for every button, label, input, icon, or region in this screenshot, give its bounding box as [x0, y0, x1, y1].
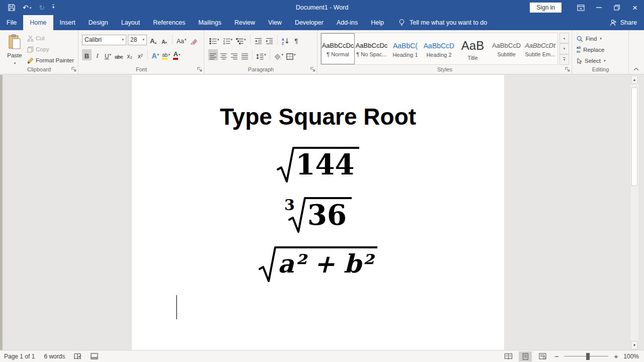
shading-button[interactable]: ▾ — [273, 49, 285, 60]
tab-references[interactable]: References — [146, 15, 192, 30]
tab-add-ins[interactable]: Add-ins — [330, 15, 364, 30]
clipboard-dialog-launcher[interactable] — [71, 67, 76, 72]
select-dropdown-icon[interactable]: ▾ — [604, 59, 606, 63]
select-button[interactable]: Select ▾ — [577, 56, 605, 66]
borders-dropdown-icon[interactable]: ▾ — [294, 53, 296, 57]
tab-help[interactable]: Help — [364, 15, 390, 30]
zoom-slider[interactable] — [564, 351, 608, 361]
styles-dialog-launcher[interactable] — [565, 67, 570, 72]
scroll-down-button[interactable]: ▼ — [631, 341, 638, 349]
format-painter-button[interactable]: Format Painter — [26, 55, 75, 65]
close-button[interactable]: × — [626, 0, 644, 15]
document-page[interactable]: Type Square Root 144 3 36 a² + b² — [132, 75, 504, 350]
grow-font-button[interactable]: A▴ — [148, 34, 158, 45]
justify-button[interactable] — [240, 49, 250, 60]
paragraph-dialog-launcher[interactable] — [310, 67, 315, 72]
scrollbar-thumb[interactable] — [631, 87, 637, 186]
zoom-level[interactable]: 100% — [623, 353, 639, 360]
read-mode-button[interactable] — [502, 351, 515, 361]
font-size-combo[interactable]: 28▾ — [128, 35, 147, 45]
shading-dropdown-icon[interactable]: ▾ — [282, 53, 284, 57]
tab-design[interactable]: Design — [82, 15, 115, 30]
print-layout-button[interactable] — [519, 351, 532, 361]
font-color-button[interactable]: A▾ — [172, 49, 182, 60]
find-button[interactable]: Find ▾ — [577, 34, 602, 44]
show-marks-button[interactable]: ¶ — [292, 34, 301, 45]
decrease-indent-button[interactable] — [254, 34, 263, 45]
styles-scroll-up-button[interactable]: ▴ — [559, 33, 569, 43]
share-button[interactable]: Share — [610, 15, 637, 30]
tell-me-box[interactable]: Tell me what you want to do — [398, 15, 487, 30]
line-spacing-dropdown-icon[interactable]: ▾ — [264, 53, 266, 57]
font-dialog-launcher[interactable] — [197, 67, 202, 72]
underline-button[interactable]: U▾ — [103, 49, 113, 60]
bullets-button[interactable]: ▾ — [208, 34, 220, 45]
restore-button[interactable] — [608, 0, 626, 15]
tab-home[interactable]: Home — [23, 15, 53, 30]
redo-button[interactable]: ↻ — [39, 4, 45, 11]
style-normal[interactable]: AaBbCcDc ¶ Normal — [321, 33, 355, 64]
word-count[interactable]: 6 words — [44, 353, 65, 360]
collapse-ribbon-button[interactable] — [633, 67, 639, 71]
tab-insert[interactable]: Insert — [53, 15, 82, 30]
bullets-dropdown-icon[interactable]: ▾ — [217, 38, 219, 42]
customize-qat-button[interactable]: ▾ — [52, 5, 54, 10]
italic-button[interactable]: I — [93, 49, 102, 60]
sign-in-button[interactable]: Sign in — [530, 3, 561, 13]
page-indicator[interactable]: Page 1 of 1 — [4, 353, 35, 360]
change-case-button[interactable]: Aa▾ — [176, 34, 187, 45]
font-color-dropdown-icon[interactable]: ▾ — [179, 53, 181, 57]
align-left-button[interactable] — [208, 49, 218, 60]
tab-layout[interactable]: Layout — [115, 15, 147, 30]
tab-developer[interactable]: Developer — [288, 15, 330, 30]
borders-button[interactable]: ▾ — [285, 49, 297, 60]
underline-dropdown-icon[interactable]: ▾ — [110, 53, 112, 57]
proofing-icon[interactable] — [74, 353, 82, 360]
minimize-button[interactable] — [590, 0, 608, 15]
sort-button[interactable]: AZ — [281, 34, 290, 45]
style-heading-1[interactable]: AaBbC( Heading 1 — [388, 33, 422, 64]
superscript-button[interactable]: x² — [135, 49, 145, 60]
shrink-font-button[interactable]: A▾ — [159, 34, 169, 45]
align-center-button[interactable] — [219, 49, 228, 60]
bold-button[interactable]: B — [82, 49, 92, 60]
tab-view[interactable]: View — [262, 15, 288, 30]
clear-formatting-button[interactable] — [189, 34, 198, 45]
ribbon-display-options-button[interactable] — [572, 0, 590, 15]
tab-mailings[interactable]: Mailings — [192, 15, 228, 30]
scroll-up-button[interactable]: ▲ — [631, 75, 638, 84]
line-spacing-button[interactable]: ▾ — [255, 49, 267, 60]
tab-review[interactable]: Review — [228, 15, 262, 30]
zoom-in-button[interactable]: + — [612, 352, 619, 360]
copy-button[interactable]: Copy — [26, 44, 75, 54]
numbering-dropdown-icon[interactable]: ▾ — [231, 38, 233, 42]
zoom-out-button[interactable]: − — [553, 352, 560, 360]
styles-more-button[interactable]: ▾ — [559, 54, 569, 65]
undo-button[interactable]: ↶▾ — [23, 4, 31, 11]
web-layout-button[interactable] — [536, 351, 549, 361]
highlight-color-button[interactable]: ab▾ — [161, 49, 171, 60]
macro-icon[interactable] — [91, 353, 98, 359]
replace-button[interactable]: abac Replace — [577, 45, 604, 55]
undo-dropdown-icon[interactable]: ▾ — [30, 6, 32, 10]
paste-dropdown-icon[interactable]: ▾ — [14, 61, 16, 65]
style-heading-2[interactable]: AaBbCcD Heading 2 — [422, 33, 456, 64]
style-title[interactable]: AaB Title — [456, 33, 490, 64]
highlight-dropdown-icon[interactable]: ▾ — [168, 53, 170, 57]
style-no-spacing[interactable]: AaBbCcDc ¶ No Spac... — [355, 33, 388, 64]
cut-button[interactable]: Cut — [26, 33, 75, 43]
font-name-combo[interactable]: Calibri▾ — [82, 35, 126, 45]
strikethrough-button[interactable]: abc — [114, 49, 124, 60]
subscript-button[interactable]: x₂ — [125, 49, 134, 60]
paste-button[interactable]: Paste ▾ — [4, 33, 25, 66]
styles-scroll-down-button[interactable]: ▾ — [559, 43, 569, 54]
style-subtitle[interactable]: AaBbCcD Subtitle — [490, 33, 523, 64]
multilevel-dropdown-icon[interactable]: ▾ — [244, 38, 246, 42]
tab-file[interactable]: File — [0, 15, 23, 30]
text-effects-button[interactable]: A▾ — [150, 49, 160, 60]
save-button[interactable] — [8, 4, 15, 11]
vertical-scrollbar[interactable]: ▲ ▼ — [630, 75, 638, 350]
find-dropdown-icon[interactable]: ▾ — [600, 37, 602, 41]
increase-indent-button[interactable] — [265, 34, 274, 45]
multilevel-list-button[interactable]: ▾ — [235, 34, 247, 45]
